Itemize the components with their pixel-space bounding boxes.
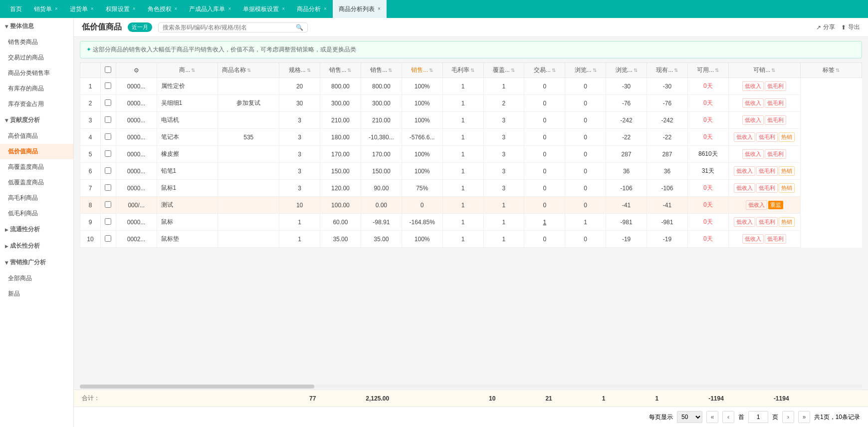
sidebar-item-sales-products[interactable]: 销售类商品	[0, 34, 73, 50]
table-container: ⚙ 商...⇅ 商品名称⇅ 规格...⇅ 销售...⇅ 销售...⇅ 销售...…	[74, 62, 868, 384]
row-browse1[interactable]: 0	[524, 197, 565, 214]
nav-template-settings[interactable]: 单据模板设置 ×	[237, 0, 291, 18]
sidebar-item-low-coverage[interactable]: 低覆盖度商品	[0, 175, 73, 190]
col-header-settings[interactable]: ⚙	[116, 63, 157, 78]
sidebar-section-growth[interactable]: ▸ 成长性分析	[0, 238, 73, 254]
browse-link[interactable]: 1	[543, 219, 546, 226]
row-browse1[interactable]: 0	[524, 180, 565, 197]
sidebar-item-high-coverage[interactable]: 高覆盖度商品	[0, 159, 73, 175]
col-header-gross[interactable]: 毛利率⇅	[442, 63, 483, 78]
row-browse1[interactable]: 1	[524, 214, 565, 231]
sidebar-section-contribution[interactable]: ▾ 贡献度分析	[0, 112, 73, 128]
nav-home[interactable]: 首页	[4, 0, 28, 18]
nav-purchase-order[interactable]: 进货单 ×	[64, 0, 100, 18]
row-check[interactable]	[100, 112, 116, 129]
first-page-button[interactable]: «	[706, 411, 718, 423]
row-browse1[interactable]: 0	[524, 95, 565, 112]
col-header-browse1[interactable]: 浏览...⇅	[565, 63, 606, 78]
search-icon[interactable]: 🔍	[296, 24, 303, 31]
col-header-sales3[interactable]: 销售...⇅	[402, 63, 442, 78]
sidebar-item-low-value[interactable]: 低价值商品	[0, 144, 73, 159]
row-browse1[interactable]: 0	[524, 231, 565, 248]
horizontal-scrollbar[interactable]	[80, 385, 862, 389]
row-checkbox[interactable]	[105, 201, 111, 208]
sidebar-item-stock-capital[interactable]: 库存资金占用	[0, 96, 73, 112]
row-checkbox[interactable]	[105, 218, 111, 225]
row-browse1[interactable]: 0	[524, 78, 565, 95]
close-icon[interactable]: ×	[324, 0, 327, 18]
sidebar-section-overall[interactable]: ▾ 整体信息	[0, 18, 73, 34]
sidebar-item-high-value[interactable]: 高价值商品	[0, 128, 73, 144]
row-checkbox[interactable]	[105, 99, 111, 106]
sidebar-item-all-products[interactable]: 全部商品	[0, 271, 73, 286]
close-icon[interactable]: ×	[228, 0, 231, 18]
col-header-tags[interactable]: 标签⇅	[801, 63, 862, 78]
row-check[interactable]	[100, 163, 116, 180]
share-button[interactable]: ↗ 分享	[816, 23, 835, 31]
sidebar-item-traded-products[interactable]: 交易过的商品	[0, 50, 73, 65]
col-header-name[interactable]: 商品名称⇅	[218, 63, 279, 78]
close-icon[interactable]: ×	[91, 0, 94, 18]
next-page-button[interactable]: ›	[782, 411, 794, 423]
col-header-browse2[interactable]: 浏览...⇅	[606, 63, 647, 78]
sidebar-item-new-products[interactable]: 新品	[0, 286, 73, 302]
nav-product-analysis[interactable]: 商品分析 ×	[291, 0, 333, 18]
row-sales1: 1	[279, 214, 320, 231]
nav-product-analysis-list[interactable]: 商品分析列表 ×	[333, 0, 387, 18]
search-input[interactable]	[163, 24, 296, 31]
row-check[interactable]	[100, 95, 116, 112]
row-checkbox[interactable]	[105, 116, 111, 123]
close-icon[interactable]: ×	[378, 0, 381, 18]
row-checkbox[interactable]	[105, 184, 111, 191]
close-icon[interactable]: ×	[175, 0, 178, 18]
export-button[interactable]: ⬆ 导出	[841, 23, 860, 31]
per-page-select[interactable]: 50 100	[677, 411, 702, 423]
row-browse1[interactable]: 0	[524, 112, 565, 129]
col-header-sell[interactable]: 可销...⇅	[728, 63, 800, 78]
col-header-cover[interactable]: 覆盖...⇅	[483, 63, 524, 78]
row-browse1[interactable]: 0	[524, 163, 565, 180]
sidebar-item-high-margin[interactable]: 高毛利商品	[0, 190, 73, 206]
row-check[interactable]	[100, 214, 116, 231]
row-check[interactable]	[100, 197, 116, 214]
last-page-button[interactable]: »	[798, 411, 810, 423]
nav-product-storage[interactable]: 产成品入库单 ×	[183, 0, 237, 18]
col-header-spec[interactable]: 规格...⇅	[279, 63, 320, 78]
col-header-stock1[interactable]: 现有...⇅	[647, 63, 688, 78]
sidebar-item-low-margin[interactable]: 低毛利商品	[0, 206, 73, 221]
row-browse1[interactable]: 0	[524, 129, 565, 146]
close-icon[interactable]: ×	[282, 0, 285, 18]
col-header-check	[100, 63, 116, 78]
time-badge[interactable]: 近一月	[128, 22, 152, 32]
nav-permission-settings[interactable]: 权限设置 ×	[100, 0, 142, 18]
col-header-sales2[interactable]: 销售...⇅	[361, 63, 402, 78]
row-checkbox[interactable]	[105, 167, 111, 174]
sidebar-item-stock-products[interactable]: 有库存的商品	[0, 81, 73, 96]
row-check[interactable]	[100, 180, 116, 197]
row-checkbox[interactable]	[105, 133, 111, 140]
sidebar-section-marketing[interactable]: ▾ 营销推广分析	[0, 254, 73, 271]
row-checkbox[interactable]	[105, 150, 111, 157]
row-checkbox[interactable]	[105, 235, 111, 242]
row-check[interactable]	[100, 231, 116, 248]
nav-sales-order[interactable]: 销货单 ×	[28, 0, 64, 18]
row-spec	[218, 180, 279, 197]
sidebar-item-category-rate[interactable]: 商品分类销售率	[0, 65, 73, 81]
select-all-checkbox[interactable]	[105, 66, 111, 73]
sidebar-section-liquidity[interactable]: ▸ 流通性分析	[0, 221, 73, 238]
prev-page-button[interactable]: ‹	[722, 411, 734, 423]
row-check[interactable]	[100, 146, 116, 163]
col-header-trans[interactable]: 交易...⇅	[524, 63, 565, 78]
scrollbar-thumb[interactable]	[80, 385, 314, 389]
page-number-input[interactable]	[748, 411, 768, 423]
row-check[interactable]	[100, 78, 116, 95]
close-icon[interactable]: ×	[55, 0, 58, 18]
row-checkbox[interactable]	[105, 82, 111, 89]
row-browse1[interactable]: 0	[524, 146, 565, 163]
nav-role-auth[interactable]: 角色授权 ×	[142, 0, 184, 18]
col-header-code[interactable]: 商...⇅	[157, 63, 218, 78]
close-icon[interactable]: ×	[133, 0, 136, 18]
row-check[interactable]	[100, 129, 116, 146]
col-header-stock2[interactable]: 可用...⇅	[687, 63, 728, 78]
col-header-sales1[interactable]: 销售...⇅	[320, 63, 361, 78]
